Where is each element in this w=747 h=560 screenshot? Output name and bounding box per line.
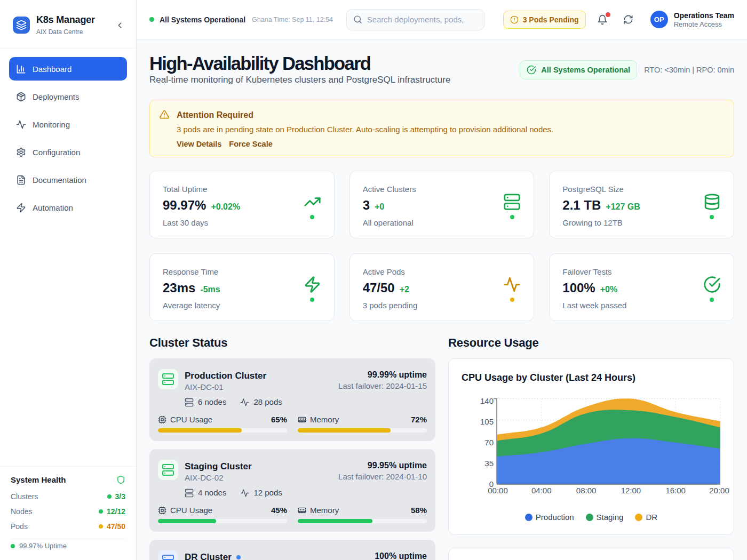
svg-text:105: 105 bbox=[480, 417, 494, 426]
svg-text:12:00: 12:00 bbox=[621, 486, 641, 495]
svg-text:20:00: 20:00 bbox=[709, 486, 729, 495]
svg-text:35: 35 bbox=[484, 459, 494, 468]
svg-text:16:00: 16:00 bbox=[665, 486, 686, 495]
svg-text:70: 70 bbox=[484, 438, 494, 447]
svg-text:04:00: 04:00 bbox=[531, 486, 552, 495]
svg-text:00:00: 00:00 bbox=[488, 486, 508, 495]
svg-text:140: 140 bbox=[480, 396, 494, 405]
svg-text:08:00: 08:00 bbox=[576, 486, 597, 495]
